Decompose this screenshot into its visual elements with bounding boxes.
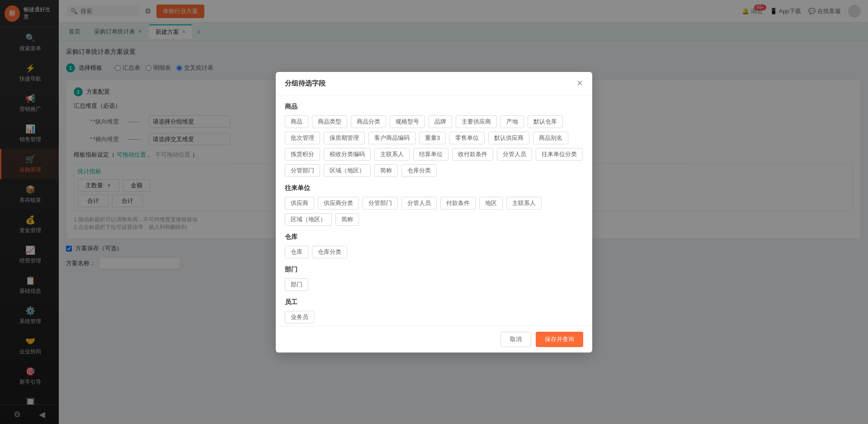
field-group-title: 商品 [285, 103, 583, 111]
field-tag[interactable]: 供应商分类 [318, 197, 359, 210]
field-tag[interactable]: 分管人员 [401, 197, 437, 210]
field-tag[interactable]: 结算单位 [413, 148, 448, 161]
field-tag[interactable]: 分管部门 [285, 164, 320, 177]
field-tag[interactable]: 主要供应商 [456, 115, 497, 128]
field-tag[interactable]: 规格型号 [390, 115, 425, 128]
modal-footer: 取消 保存并查询 [276, 326, 592, 353]
field-tag[interactable]: 批次管理 [285, 132, 320, 144]
field-group-title: 往来单位 [285, 184, 583, 192]
field-tags: 部门 [285, 278, 583, 291]
field-tag[interactable]: 零售单位 [449, 132, 485, 144]
field-group-title: 员工 [285, 298, 583, 306]
field-tag[interactable]: 供应商 [285, 197, 314, 210]
field-tag[interactable]: 区域（地区） [285, 213, 332, 226]
field-group-title: 部门 [285, 266, 583, 274]
field-tag[interactable]: 区域（地区） [324, 164, 371, 177]
field-tag[interactable]: 往来单位分类 [536, 148, 583, 161]
field-group-商品: 商品商品商品类型商品分类规格型号品牌主要供应商产地默认仓库批次管理保质期管理客户… [285, 103, 583, 177]
modal-overlay: 分组待选字段 ✕ 商品商品商品类型商品分类规格型号品牌主要供应商产地默认仓库批次… [0, 0, 868, 424]
field-tag[interactable]: 部门 [285, 278, 308, 291]
field-tag[interactable]: 商品分类 [351, 115, 386, 128]
modal-title: 分组待选字段 [285, 79, 326, 88]
field-tag[interactable]: 主联系人 [374, 148, 410, 161]
field-tag[interactable]: 商品别名 [533, 132, 568, 144]
field-tag[interactable]: 默认供应商 [488, 132, 529, 144]
field-tag[interactable]: 仓库 [285, 246, 308, 258]
field-tags: 商品商品类型商品分类规格型号品牌主要供应商产地默认仓库批次管理保质期管理客户商品… [285, 115, 583, 177]
field-tag[interactable]: 简称 [335, 213, 359, 226]
field-group-往来单位: 往来单位供应商供应商分类分管部门分管人员付款条件地区主联系人区域（地区）简称 [285, 184, 583, 226]
field-group-部门: 部门部门 [285, 266, 583, 291]
field-tag[interactable]: 主联系人 [506, 197, 542, 210]
field-tag[interactable]: 客户商品编码 [368, 132, 415, 144]
field-tag[interactable]: 拣货积分 [285, 148, 320, 161]
field-tag[interactable]: 分管部门 [363, 197, 398, 210]
field-tag[interactable]: 品牌 [429, 115, 452, 128]
field-tag[interactable]: 业务员 [285, 311, 314, 324]
field-tag[interactable]: 简称 [374, 164, 398, 177]
field-tag[interactable]: 产地 [500, 115, 524, 128]
modal-body: 商品商品商品类型商品分类规格型号品牌主要供应商产地默认仓库批次管理保质期管理客户… [276, 95, 592, 326]
field-tag[interactable]: 地区 [479, 197, 503, 210]
field-tag[interactable]: 默认仓库 [528, 115, 563, 128]
field-tag[interactable]: 保质期管理 [324, 132, 365, 144]
field-tag[interactable]: 重量3 [419, 132, 446, 144]
field-tags: 供应商供应商分类分管部门分管人员付款条件地区主联系人区域（地区）简称 [285, 197, 583, 226]
field-tags: 业务员 [285, 311, 583, 324]
field-tag[interactable]: 仓库分类 [312, 246, 347, 258]
field-tag[interactable]: 收付款条件 [452, 148, 493, 161]
field-tag[interactable]: 仓库分类 [401, 164, 437, 177]
field-group-员工: 员工业务员 [285, 298, 583, 324]
field-tag[interactable]: 分管人员 [497, 148, 532, 161]
field-group-仓库: 仓库仓库仓库分类 [285, 233, 583, 258]
modal-save-button[interactable]: 保存并查询 [536, 332, 583, 347]
field-tag[interactable]: 商品类型 [312, 115, 347, 128]
field-tags: 仓库仓库分类 [285, 246, 583, 258]
field-tag[interactable]: 付款条件 [440, 197, 476, 210]
modal-header: 分组待选字段 ✕ [276, 72, 592, 95]
modal-cancel-button[interactable]: 取消 [500, 332, 531, 347]
field-group-title: 仓库 [285, 233, 583, 241]
modal: 分组待选字段 ✕ 商品商品商品类型商品分类规格型号品牌主要供应商产地默认仓库批次… [276, 72, 592, 353]
modal-close-button[interactable]: ✕ [576, 79, 583, 87]
field-tag[interactable]: 税收分类编码 [324, 148, 371, 161]
field-tag[interactable]: 商品 [285, 115, 308, 128]
